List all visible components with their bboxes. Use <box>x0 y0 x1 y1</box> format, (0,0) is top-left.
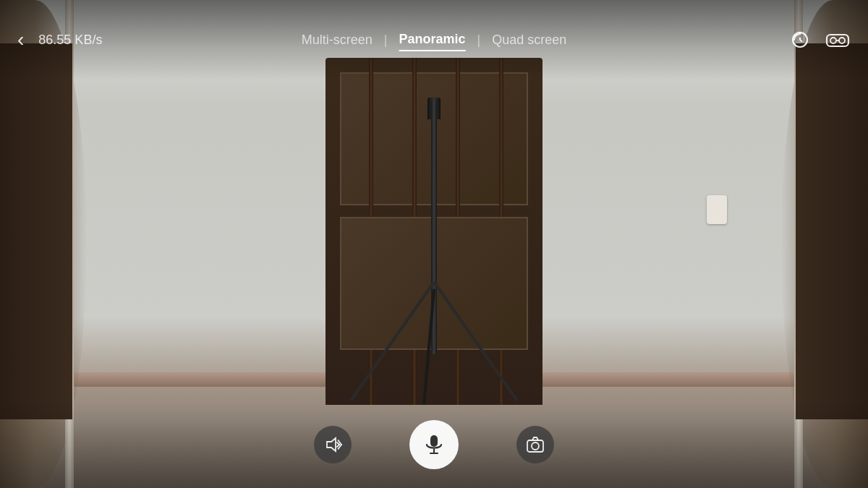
microphone-button[interactable] <box>409 420 459 469</box>
top-bar: ‹ 86.55 KB/s Multi-screen | Panoramic | … <box>0 0 868 80</box>
door-strip <box>412 58 417 405</box>
tab-multi-screen[interactable]: Multi-screen <box>302 30 373 51</box>
svg-line-3 <box>800 40 802 42</box>
separator-1: | <box>384 33 388 48</box>
back-button[interactable]: ‹ <box>17 30 24 50</box>
door-strip <box>369 58 373 405</box>
refresh-icon[interactable] <box>787 27 813 53</box>
left-door <box>0 43 72 419</box>
vr-icon[interactable] <box>825 27 851 53</box>
separator-2: | <box>477 33 481 48</box>
svg-point-5 <box>830 38 836 43</box>
door-strip <box>456 58 460 405</box>
svg-rect-13 <box>430 435 438 447</box>
nav-tabs: Multi-screen | Panoramic | Quad screen <box>302 29 567 51</box>
speed-display: 86.55 KB/s <box>38 33 102 48</box>
top-right-icons <box>787 27 851 53</box>
camera-view: ‹ 86.55 KB/s Multi-screen | Panoramic | … <box>0 0 868 488</box>
tab-quad-screen[interactable]: Quad screen <box>492 30 566 51</box>
svg-point-17 <box>532 442 539 450</box>
right-door <box>796 43 868 419</box>
svg-line-10 <box>337 445 339 447</box>
door-strip <box>499 58 503 405</box>
svg-marker-8 <box>327 438 336 451</box>
bottom-controls <box>0 401 868 488</box>
volume-button[interactable] <box>314 426 352 463</box>
snapshot-button[interactable] <box>516 426 554 463</box>
svg-point-6 <box>839 38 845 43</box>
tab-panoramic[interactable]: Panoramic <box>399 29 465 51</box>
light-switch <box>707 195 727 224</box>
